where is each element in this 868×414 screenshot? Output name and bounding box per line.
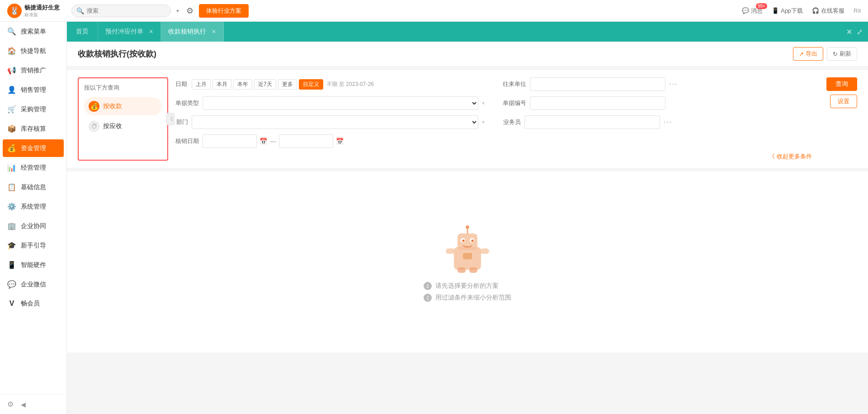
- counterparty-select-icon[interactable]: ···: [669, 80, 678, 88]
- voucher-type-chevron[interactable]: ▾: [482, 100, 485, 106]
- staff-input[interactable]: [524, 115, 660, 129]
- writeoff-date-label: 核销日期: [175, 137, 199, 145]
- sidebar-item-marketing[interactable]: 📢 营销推广: [0, 61, 66, 80]
- marketing-icon: 📢: [7, 66, 16, 75]
- tab-expand-icon[interactable]: ⤢: [857, 28, 863, 36]
- sidebar-item-basic-info[interactable]: 📋 基础信息: [0, 177, 66, 197]
- purchase-icon: 🛒: [7, 105, 16, 114]
- filter-by-receivable[interactable]: ⏱ 按应收: [84, 117, 162, 135]
- phone-icon: 📱: [772, 7, 779, 14]
- department-select[interactable]: [192, 115, 478, 129]
- tab-home-label: 首页: [76, 28, 89, 36]
- date-btn-this-year[interactable]: 本年: [233, 79, 252, 90]
- calendar-start-icon[interactable]: 📅: [259, 138, 267, 145]
- date-btn-last-month[interactable]: 上月: [192, 79, 211, 90]
- voucher-no-label: 单据编号: [503, 99, 526, 107]
- collapse-conditions-btn[interactable]: 《 收起更多条件: [769, 152, 812, 161]
- sidebar-item-member[interactable]: V 畅会员: [0, 294, 66, 313]
- tab-prepay[interactable]: 预付冲应付单 ✕: [98, 22, 161, 42]
- counterparty-label: 往来单位: [503, 80, 526, 88]
- svg-rect-12: [463, 253, 472, 259]
- sidebar-item-hardware[interactable]: 📱 智能硬件: [0, 255, 66, 275]
- industry-btn[interactable]: 体验行业方案: [199, 4, 249, 18]
- date-btn-7days[interactable]: 近7天: [254, 79, 276, 90]
- tab-receivable-write-off-close[interactable]: ✕: [212, 29, 216, 35]
- top-bar-right: 💬 消息 99+ 📱 App下载 🎧 在线客服 Rit: [742, 7, 861, 15]
- date-options: 上月 本月 本年 近7天 更多 自定义 不限 至 2023-07-26: [192, 79, 374, 90]
- sidebar-item-sales[interactable]: 👤 销售管理: [0, 80, 66, 100]
- tip1-num: 1: [424, 282, 432, 290]
- calendar-end-icon[interactable]: 📅: [336, 138, 344, 145]
- sales-icon: 👤: [7, 86, 16, 94]
- filter-query-type-panel: 按以下方查询 💰 按收款 ⏱ 按应收 《: [78, 77, 168, 161]
- sidebar-item-label: 基础信息: [21, 183, 46, 191]
- date-btn-custom[interactable]: 自定义: [299, 79, 323, 90]
- filter-collapse-row: 《 收起更多条件: [175, 152, 857, 161]
- sidebar-item-inventory[interactable]: 📦 库存核算: [0, 119, 66, 138]
- sidebar-item-label: 营销推广: [21, 67, 46, 75]
- chevron-down-icon[interactable]: ▾: [176, 8, 179, 14]
- tip1-text: 请先选择要分析的方案: [435, 282, 499, 290]
- logo-area: 🐰 畅捷通好生意 标准版: [7, 4, 66, 18]
- settings-bottom-icon[interactable]: ⚙: [7, 400, 14, 409]
- sidebar-item-label: 采购管理: [21, 105, 46, 114]
- sidebar-item-guide[interactable]: 🎓 新手引导: [0, 236, 66, 255]
- writeoff-date-start[interactable]: 2023-03-01: [203, 134, 257, 148]
- settings-button[interactable]: 设置: [830, 95, 857, 108]
- filter-by-receivable-label: 按应收: [103, 122, 122, 130]
- logo-icon: 🐰: [7, 4, 22, 18]
- top-bar: 🐰 畅捷通好生意 标准版 🔍 ▾ ⚙ 体验行业方案 💬 消息 99+ 📱 App…: [0, 0, 868, 22]
- user-area[interactable]: Rit: [854, 7, 861, 14]
- gear-icon[interactable]: ⚙: [186, 6, 193, 16]
- filter-grid: 日期 上月 本月 本年 近7天 更多 自定义 不限 至 2023-07-26: [175, 77, 857, 148]
- filter-voucher-type-row: 单据类型 ▾: [175, 96, 485, 110]
- date-hint: 不限 至 2023-07-26: [327, 81, 374, 88]
- basic-info-icon: 📋: [7, 183, 16, 191]
- tab-receivable-write-off[interactable]: 收款核销执行 ✕: [161, 22, 224, 42]
- search-input[interactable]: [87, 7, 166, 14]
- sidebar-item-operations[interactable]: 📊 经营管理: [0, 158, 66, 177]
- svg-rect-8: [446, 248, 455, 254]
- sidebar-item-finance[interactable]: 💰 资金管理: [3, 139, 64, 157]
- voucher-no-input[interactable]: [530, 96, 665, 110]
- tab-prepay-close[interactable]: ✕: [149, 29, 153, 35]
- sidebar-item-search-menu[interactable]: 🔍 搜索菜单: [0, 22, 66, 41]
- messages-btn[interactable]: 💬 消息 99+: [742, 7, 763, 15]
- department-label: 部门: [175, 118, 188, 126]
- department-chevron[interactable]: ▾: [482, 119, 485, 125]
- filter-by-receipt[interactable]: 💰 按收款: [84, 97, 162, 115]
- filter-form: 日期 上月 本月 本年 近7天 更多 自定义 不限 至 2023-07-26: [175, 77, 857, 161]
- app-download-btn[interactable]: 📱 App下载: [772, 7, 803, 15]
- counterparty-input[interactable]: [530, 77, 665, 91]
- tab-home[interactable]: 首页: [67, 22, 98, 42]
- sidebar-item-wechat[interactable]: 💬 企业微信: [0, 275, 66, 294]
- export-button[interactable]: ↗ 导出: [793, 47, 823, 61]
- collapse-filter-sidebar-icon[interactable]: 《: [166, 113, 175, 125]
- staff-select-icon[interactable]: ···: [664, 118, 672, 126]
- inventory-icon: 📦: [7, 124, 16, 133]
- tab-close-all-icon[interactable]: ✕: [846, 28, 852, 36]
- writeoff-date-end[interactable]: 2023-07-21: [279, 134, 333, 148]
- filter-layout: 按以下方查询 💰 按收款 ⏱ 按应收 《: [78, 77, 857, 161]
- logo-text-group: 畅捷通好生意 标准版: [24, 4, 60, 18]
- export-icon: ↗: [799, 51, 804, 57]
- sidebar-item-quick-nav[interactable]: 🏠 快捷导航: [0, 41, 66, 61]
- voucher-type-select[interactable]: [203, 96, 478, 110]
- messages-badge: 99+: [756, 3, 767, 9]
- page-header-actions: ↗ 导出 ↻ 刷新: [793, 47, 857, 61]
- refresh-button[interactable]: ↻ 刷新: [827, 47, 857, 61]
- home-icon: 🏠: [7, 47, 16, 55]
- tab-receivable-write-off-label: 收款核销执行: [168, 28, 206, 36]
- sidebar-item-purchase[interactable]: 🛒 采购管理: [0, 100, 66, 119]
- sidebar-item-label: 资金管理: [21, 144, 46, 152]
- date-btn-more[interactable]: 更多: [278, 79, 297, 90]
- date-btn-this-month[interactable]: 本月: [212, 79, 231, 90]
- collapse-sidebar-icon[interactable]: ◀: [21, 401, 26, 408]
- search-box[interactable]: 🔍: [71, 5, 171, 17]
- tip2-text: 用过滤条件来缩小分析范围: [435, 294, 511, 302]
- sidebar-item-system[interactable]: ⚙️ 系统管理: [0, 197, 66, 216]
- sidebar-item-enterprise[interactable]: 🏢 企业协同: [0, 216, 66, 236]
- online-service-btn[interactable]: 🎧 在线客服: [812, 7, 844, 15]
- staff-label: 业务员: [503, 118, 521, 126]
- query-button[interactable]: 查询: [826, 77, 857, 91]
